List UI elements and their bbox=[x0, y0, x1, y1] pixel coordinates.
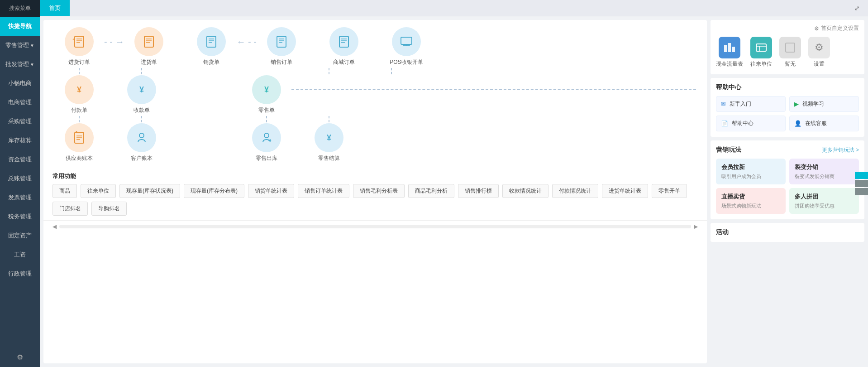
tab-bar-right: ⤢ bbox=[851, 0, 868, 16]
func-btn-sales-stat[interactable]: 销货单统计表 bbox=[248, 184, 294, 198]
beginner-icon: ✉ bbox=[721, 101, 726, 107]
svg-rect-12 bbox=[277, 36, 286, 47]
retail-out-label: 零售出库 bbox=[256, 155, 277, 162]
units-label: 往来单位 bbox=[750, 60, 772, 68]
help-item-help[interactable]: 📄 帮助中心 bbox=[716, 116, 786, 131]
marketing-member[interactable]: 会员拉新 吸引用户成为会员 bbox=[716, 159, 786, 184]
help-item-beginner[interactable]: ✉ 新手入门 bbox=[716, 96, 786, 112]
help-item-video[interactable]: ▶ 视频学习 bbox=[789, 96, 859, 112]
float-btn-desktop[interactable]: 桌面快捷 bbox=[855, 188, 868, 195]
flow-node-pos[interactable]: POS收银开单 bbox=[382, 27, 431, 66]
func-btn-receipt-stat[interactable]: 收款情况统计 bbox=[502, 184, 548, 198]
pos-icon bbox=[392, 27, 421, 56]
svg-rect-8 bbox=[207, 36, 216, 47]
quick-nav-card: ⚙ 首页自定义设置 现金流量表 往来单位 bbox=[711, 20, 864, 74]
marketing-header: 营销玩法 更多营销玩法 > bbox=[716, 146, 859, 154]
left-panel: 进货订单 - - → 进货单 bbox=[43, 20, 707, 363]
sidebar-settings-icon[interactable]: ⚙ bbox=[0, 348, 40, 367]
group-desc: 拼团购物享受优惠 bbox=[795, 203, 854, 209]
marketing-group[interactable]: 多人拼团 拼团购物享受优惠 bbox=[789, 188, 859, 214]
svg-rect-21 bbox=[403, 45, 410, 46]
flow-node-receipt[interactable]: ¥ 收款单 bbox=[117, 75, 167, 114]
svg-rect-37 bbox=[786, 43, 795, 52]
retail-order-label: 零售单 bbox=[258, 106, 275, 114]
sidebar-nav-highlight[interactable]: 快捷导航 bbox=[0, 17, 40, 36]
svg-rect-16 bbox=[339, 36, 348, 47]
svg-rect-4 bbox=[144, 36, 153, 47]
nav-icon-units[interactable]: 往来单位 bbox=[750, 37, 772, 68]
sidebar-item-assets[interactable]: 固定资产 bbox=[0, 226, 40, 245]
pos-label: POS收银开单 bbox=[390, 58, 423, 66]
flow-node-purchase-order[interactable]: 进货订单 bbox=[54, 27, 104, 66]
retail-settle-label: 零售结算 bbox=[318, 155, 340, 162]
common-func-title: 常用功能 bbox=[52, 172, 698, 180]
flow-node-payment[interactable]: ¥ 付款单 bbox=[54, 75, 104, 114]
svg-point-27 bbox=[139, 133, 144, 138]
purchase-label: 进货单 bbox=[141, 58, 157, 66]
sidebar-item-invoice[interactable]: 发票管理 bbox=[0, 188, 40, 207]
help-label: 帮助中心 bbox=[732, 120, 754, 127]
sidebar-item-purchase[interactable]: 采购管理 bbox=[0, 112, 40, 131]
tab-bar: 首页 ⤢ bbox=[40, 0, 868, 16]
sidebar-item-ledger[interactable]: 总账管理 bbox=[0, 169, 40, 188]
quick-nav-icons: 现金流量表 往来单位 暂无 ⚙ bbox=[716, 37, 859, 68]
scroll-track[interactable] bbox=[59, 225, 691, 228]
func-btn-goods[interactable]: 商品 bbox=[52, 184, 77, 198]
flow-node-purchase[interactable]: 进货单 bbox=[124, 27, 174, 66]
sidebar-item-finance[interactable]: 资金管理 bbox=[0, 150, 40, 169]
marketing-live[interactable]: 直播卖货 场景式购物新玩法 bbox=[716, 188, 786, 214]
sidebar: 搜索菜单 快捷导航 零售管理 ▼ 批发管理 ▼ 小畅电商 电商管理 采购管理 库… bbox=[0, 0, 40, 367]
flow-node-retail-settle[interactable]: ¥ 零售结算 bbox=[304, 123, 354, 162]
sidebar-item-inventory[interactable]: 库存核算 bbox=[0, 131, 40, 150]
retail-settle-icon: ¥ bbox=[315, 123, 343, 152]
sidebar-item-wholesale[interactable]: 批发管理 ▼ bbox=[0, 55, 40, 74]
arrow-icon: ▼ bbox=[30, 62, 34, 67]
supplier-account-label: 供应商账本 bbox=[66, 155, 93, 162]
flow-node-sales[interactable]: 销货单 bbox=[186, 27, 236, 66]
func-btn-goods-profit[interactable]: 商品毛利分析 bbox=[408, 184, 454, 198]
nav-icon-cashflow[interactable]: 现金流量表 bbox=[716, 37, 743, 68]
marketing-more[interactable]: 更多营销玩法 > bbox=[822, 146, 859, 154]
func-btn-sales-rank[interactable]: 销售排行榜 bbox=[458, 184, 499, 198]
func-btn-stock2[interactable]: 现存量(库存分布表) bbox=[184, 184, 244, 198]
scroll-right-arrow[interactable]: ▶ bbox=[694, 223, 698, 230]
func-btn-sales-profit[interactable]: 销售毛利分析表 bbox=[353, 184, 405, 198]
float-btn-community[interactable]: 服务社区 bbox=[855, 180, 868, 187]
flow-node-retail-order[interactable]: ¥ 零售单 bbox=[242, 75, 291, 114]
help-item-service[interactable]: 👤 在线客服 bbox=[789, 116, 859, 131]
main-area: 首页 ⤢ 进货订单 - - → bbox=[40, 0, 868, 367]
func-btn-units[interactable]: 往来单位 bbox=[81, 184, 116, 198]
flow-node-retail-out[interactable]: 零售出库 bbox=[242, 123, 291, 162]
sidebar-item-ecom-mgmt[interactable]: 电商管理 bbox=[0, 93, 40, 112]
func-btn-store-rank[interactable]: 门店排名 bbox=[52, 202, 88, 216]
sidebar-item-salary[interactable]: 工资 bbox=[0, 245, 40, 264]
nav-icon-none[interactable]: 暂无 bbox=[779, 37, 801, 68]
sidebar-item-tax[interactable]: 税务管理 bbox=[0, 207, 40, 226]
svg-rect-31 bbox=[724, 45, 727, 52]
arrow-r1: - - → bbox=[104, 37, 124, 47]
flow-node-mall-order[interactable]: 商城订单 bbox=[319, 27, 369, 66]
sidebar-item-retail[interactable]: 零售管理 ▼ bbox=[0, 36, 40, 55]
marketing-viral[interactable]: 裂变分销 裂变式发展分销商 bbox=[789, 159, 859, 184]
func-btn-guide-rank[interactable]: 导购排名 bbox=[91, 202, 127, 216]
float-btn-service[interactable]: 客服热线 bbox=[855, 172, 868, 179]
func-btn-payment-stat[interactable]: 付款情况统计 bbox=[552, 184, 598, 198]
sidebar-search[interactable]: 搜索菜单 bbox=[0, 0, 40, 17]
func-btn-purchase-stat[interactable]: 进货单统计表 bbox=[602, 184, 648, 198]
flow-node-supplier-account[interactable]: 供应商账本 bbox=[54, 123, 104, 162]
beginner-label: 新手入门 bbox=[730, 100, 751, 108]
sidebar-item-ecom-small[interactable]: 小畅电商 bbox=[0, 74, 40, 93]
tab-home[interactable]: 首页 bbox=[40, 0, 70, 16]
func-btn-sales-order-stat[interactable]: 销售订单统计表 bbox=[298, 184, 349, 198]
svg-rect-34 bbox=[756, 44, 766, 51]
func-btn-stock1[interactable]: 现存量(库存状况表) bbox=[119, 184, 180, 198]
func-btn-retail-order[interactable]: 零售开单 bbox=[652, 184, 687, 198]
help-card: 帮助中心 ✉ 新手入门 ▶ 视频学习 📄 帮助中心 👤 bbox=[711, 78, 864, 137]
scroll-left-arrow[interactable]: ◀ bbox=[52, 223, 57, 230]
fullscreen-button[interactable]: ⤢ bbox=[851, 3, 863, 14]
nav-icon-settings[interactable]: ⚙ 设置 bbox=[808, 37, 830, 68]
flow-node-customer-account[interactable]: 客户账本 bbox=[117, 123, 167, 162]
sidebar-item-admin[interactable]: 行政管理 bbox=[0, 264, 40, 283]
flow-node-sales-order[interactable]: 销售订单 bbox=[257, 27, 306, 66]
receipt-label: 收款单 bbox=[134, 106, 150, 114]
